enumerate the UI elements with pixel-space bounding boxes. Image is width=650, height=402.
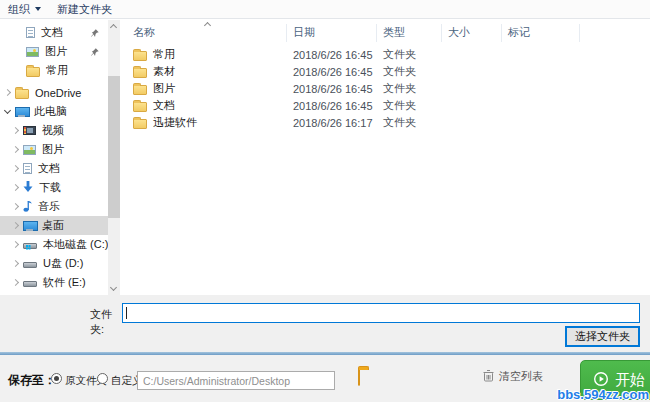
file-name: 常用 (153, 47, 175, 62)
computer-icon (15, 107, 28, 117)
new-folder-button[interactable]: 新建文件夹 (49, 0, 120, 18)
chevron-down-icon (35, 7, 41, 11)
sidebar-item-label: 文档 (38, 161, 60, 176)
file-row-xunjieruanjian[interactable]: 迅捷软件 2018/6/26 16:17 文件夹 (120, 114, 650, 131)
sidebar-item-videos[interactable]: 视频 (0, 121, 108, 140)
column-header-spacer (580, 24, 650, 42)
sidebar-item-usb-d[interactable]: U盘 (D:) (0, 254, 108, 273)
save-path-input[interactable] (137, 371, 335, 390)
radio-original-folder[interactable] (51, 373, 62, 384)
sidebar-item-downloads[interactable]: 下载 (0, 178, 108, 197)
music-icon (23, 200, 32, 214)
document-icon (23, 163, 32, 174)
sidebar-item-label: 下载 (39, 180, 61, 195)
file-list: 名称 日期 类型 大小 标记 常用 2018/6/26 16:45 文件夹 素材… (120, 20, 650, 295)
sidebar-item-desktop[interactable]: 桌面 (0, 216, 108, 235)
watermark-text: bbs.594zz.com (557, 387, 649, 402)
expand-chevron-icon[interactable] (12, 222, 19, 229)
expand-chevron-icon[interactable] (12, 184, 19, 191)
file-date: 2018/6/26 16:45 (287, 49, 377, 61)
dialog-toolbar: 组织 新建文件夹 (0, 0, 650, 19)
dialog-content: 文档 图片 常用 OneDrive (0, 20, 650, 295)
expand-chevron-icon[interactable] (12, 203, 19, 210)
scrollbar-thumb[interactable] (108, 76, 120, 218)
folder-icon (358, 369, 360, 386)
expand-chevron-icon[interactable] (12, 146, 19, 153)
sidebar-item-common[interactable]: 常用 (0, 61, 108, 80)
file-row-tupian[interactable]: 图片 2018/6/26 16:45 文件夹 (120, 80, 650, 97)
folder-icon (133, 68, 147, 78)
browse-folder-button[interactable] (346, 367, 372, 387)
column-header-date[interactable]: 日期 (287, 24, 377, 42)
sidebar-item-label: 文档 (41, 25, 63, 40)
sidebar-item-music[interactable]: 音乐 (0, 197, 108, 216)
column-header-tag[interactable]: 标记 (502, 24, 580, 42)
folder-icon (133, 102, 147, 112)
sidebar-item-label: OneDrive (35, 87, 81, 99)
drive-icon (23, 262, 37, 268)
sidebar-scrollbar[interactable] (108, 20, 120, 295)
file-date: 2018/6/26 16:17 (287, 117, 377, 129)
scroll-up-icon[interactable] (110, 24, 117, 31)
file-row-changyong[interactable]: 常用 2018/6/26 16:45 文件夹 (120, 46, 650, 63)
file-type: 文件夹 (377, 47, 442, 62)
expand-chevron-icon[interactable] (12, 127, 19, 134)
folder-picker-dialog: 组织 新建文件夹 文档 图片 (0, 0, 650, 402)
file-row-sucai[interactable]: 素材 2018/6/26 16:45 文件夹 (120, 63, 650, 80)
new-folder-label: 新建文件夹 (57, 2, 112, 17)
radio-custom[interactable] (97, 373, 108, 384)
sidebar-item-documents[interactable]: 文档 (0, 159, 108, 178)
sidebar-item-label: U盘 (D:) (43, 256, 83, 271)
drive-windows-icon (23, 243, 37, 249)
file-type: 文件夹 (377, 81, 442, 96)
sidebar-item-pictures-pinned[interactable]: 图片 (0, 42, 108, 61)
download-icon (23, 181, 33, 195)
sidebar-item-label: 视频 (42, 123, 64, 138)
expand-chevron-icon[interactable] (12, 165, 19, 172)
file-type: 文件夹 (377, 98, 442, 113)
organize-button[interactable]: 组织 (0, 0, 49, 18)
expand-chevron-icon[interactable] (12, 241, 19, 248)
folder-icon (133, 51, 147, 61)
clear-list-button[interactable]: 清空列表 (483, 369, 543, 384)
sidebar-item-onedrive[interactable]: OneDrive (0, 83, 108, 102)
pin-icon (91, 28, 99, 40)
file-list-header: 名称 日期 类型 大小 标记 (120, 20, 650, 46)
column-header-type[interactable]: 类型 (377, 24, 442, 42)
sidebar-item-label: 图片 (45, 44, 67, 59)
expand-chevron-icon[interactable] (12, 260, 19, 267)
text-caret (126, 307, 127, 319)
folder-name-input[interactable] (122, 303, 640, 323)
column-header-size[interactable]: 大小 (442, 24, 502, 42)
navigation-sidebar: 文档 图片 常用 OneDrive (0, 20, 108, 295)
desktop-icon (23, 221, 36, 231)
sidebar-item-label: 桌面 (42, 218, 64, 233)
file-date: 2018/6/26 16:45 (287, 66, 377, 78)
file-row-wendang[interactable]: 文档 2018/6/26 16:45 文件夹 (120, 97, 650, 114)
expand-chevron-icon[interactable] (4, 89, 11, 96)
organize-label: 组织 (8, 2, 30, 17)
select-folder-button[interactable]: 选择文件夹 (565, 326, 640, 347)
file-name: 图片 (153, 81, 175, 96)
file-name: 文档 (153, 98, 175, 113)
file-type: 文件夹 (377, 115, 442, 130)
sidebar-item-documents-pinned[interactable]: 文档 (0, 23, 108, 42)
folder-field-label: 文件夹: (90, 307, 122, 337)
sidebar-item-pictures[interactable]: 图片 (0, 140, 108, 159)
trash-icon (483, 369, 494, 384)
scroll-down-icon[interactable] (110, 284, 117, 291)
sidebar-item-software-e[interactable]: 软件 (E:) (0, 273, 108, 292)
sidebar-item-this-pc[interactable]: 此电脑 (0, 102, 108, 121)
save-to-label: 保存至： (8, 372, 56, 389)
collapse-chevron-icon[interactable] (4, 107, 11, 114)
sidebar-item-label: 音乐 (38, 199, 60, 214)
file-date: 2018/6/26 16:45 (287, 100, 377, 112)
expand-chevron-icon[interactable] (12, 279, 19, 286)
sidebar-item-label: 本地磁盘 (C:) (43, 237, 108, 252)
sidebar-item-label: 软件 (E:) (43, 275, 86, 290)
column-header-name[interactable]: 名称 (133, 24, 287, 42)
folder-icon (15, 89, 29, 99)
file-type: 文件夹 (377, 64, 442, 79)
file-date: 2018/6/26 16:45 (287, 83, 377, 95)
sidebar-item-local-disk-c[interactable]: 本地磁盘 (C:) (0, 235, 108, 254)
